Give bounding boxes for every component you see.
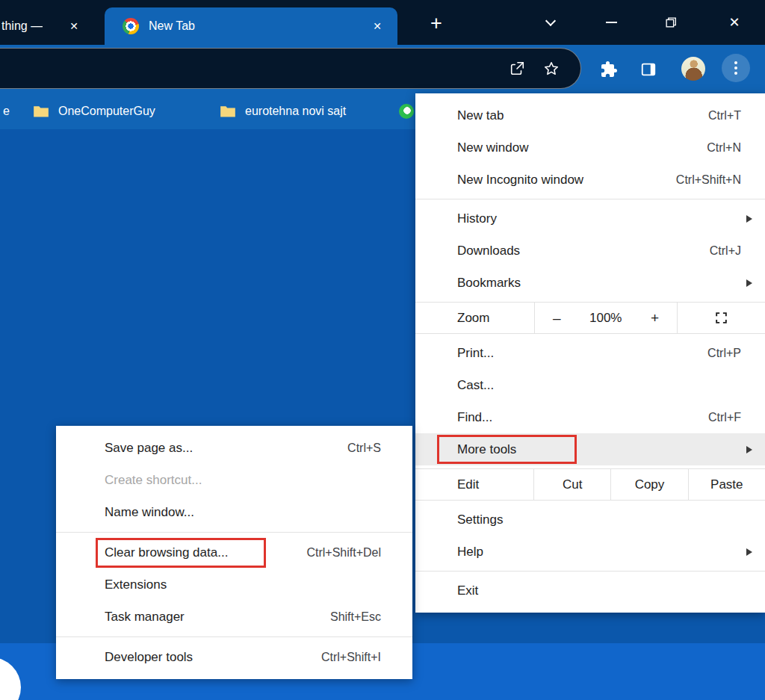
menu-item-history[interactable]: History bbox=[415, 202, 765, 235]
address-bar[interactable] bbox=[0, 48, 581, 89]
restore-button[interactable] bbox=[654, 7, 687, 38]
star-icon bbox=[543, 61, 560, 77]
title-bar: thing — ✕ New Tab ✕ + ✕ bbox=[0, 0, 765, 45]
menu-item-cast[interactable]: Cast... bbox=[415, 369, 765, 401]
zoom-label: Zoom bbox=[415, 303, 534, 333]
menu-item-label: Clear browsing data... bbox=[105, 545, 228, 560]
menu-item-bookmarks[interactable]: Bookmarks bbox=[415, 267, 765, 299]
extensions-button[interactable] bbox=[599, 60, 619, 79]
menu-item-label: Print... bbox=[457, 346, 494, 361]
menu-item-extensions[interactable]: Extensions bbox=[56, 569, 412, 601]
menu-item-label: More tools bbox=[457, 442, 516, 457]
menu-item-shortcut: Ctrl+S bbox=[347, 442, 397, 455]
menu-item-label: History bbox=[457, 211, 497, 226]
menu-edit-row: Edit Cut Copy Paste bbox=[415, 468, 765, 501]
menu-item-shortcut: Ctrl+P bbox=[707, 347, 755, 360]
menu-item-more-tools[interactable]: More tools bbox=[415, 433, 765, 465]
submenu-arrow-icon bbox=[746, 446, 752, 453]
side-panel-button[interactable] bbox=[639, 61, 657, 78]
submenu-arrow-icon bbox=[746, 215, 752, 223]
menu-item-print[interactable]: Print... Ctrl+P bbox=[415, 337, 765, 369]
menu-item-label: Extensions bbox=[105, 577, 167, 592]
paste-button[interactable]: Paste bbox=[688, 469, 765, 500]
menu-item-exit[interactable]: Exit bbox=[415, 574, 765, 607]
menu-item-new-window[interactable]: New window Ctrl+N bbox=[415, 131, 765, 164]
menu-item-new-incognito-window[interactable]: New Incognito window Ctrl+Shift+N bbox=[415, 164, 765, 196]
menu-item-shortcut: Ctrl+Shift+I bbox=[321, 651, 397, 664]
copy-button[interactable]: Copy bbox=[610, 469, 687, 500]
submenu-arrow-icon bbox=[746, 279, 752, 287]
menu-item-find[interactable]: Find... Ctrl+F bbox=[415, 401, 765, 433]
more-tools-submenu: Save page as... Ctrl+S Create shortcut..… bbox=[56, 426, 412, 679]
side-panel-icon bbox=[640, 61, 657, 78]
menu-item-label: Settings bbox=[457, 512, 503, 527]
profile-avatar[interactable] bbox=[681, 57, 705, 81]
menu-separator bbox=[415, 571, 765, 572]
bookmark-folder-onecomputerguy[interactable]: OneComputerGuy bbox=[33, 93, 155, 129]
minimize-icon bbox=[606, 22, 617, 23]
menu-item-create-shortcut: Create shortcut... bbox=[56, 464, 412, 496]
menu-item-save-page-as[interactable]: Save page as... Ctrl+S bbox=[56, 432, 412, 464]
menu-zoom-row: Zoom – 100% + bbox=[415, 302, 765, 334]
menu-item-label: Help bbox=[457, 545, 483, 560]
tab-search-button[interactable] bbox=[534, 7, 567, 38]
tab-background-page[interactable]: thing — ✕ bbox=[0, 7, 94, 45]
browser-menu-button[interactable] bbox=[722, 54, 750, 82]
share-button[interactable] bbox=[506, 58, 528, 80]
fullscreen-button[interactable] bbox=[677, 303, 765, 333]
browser-window: thing — ✕ New Tab ✕ + ✕ bbox=[0, 0, 765, 700]
chrome-logo-icon bbox=[123, 18, 139, 34]
cut-button[interactable]: Cut bbox=[533, 469, 610, 500]
menu-item-name-window[interactable]: Name window... bbox=[56, 496, 412, 528]
menu-item-settings[interactable]: Settings bbox=[415, 504, 765, 536]
edit-label: Edit bbox=[415, 469, 533, 500]
bookmark-item-partial[interactable]: e bbox=[3, 93, 10, 129]
menu-item-label: Name window... bbox=[105, 505, 194, 520]
zoom-in-button[interactable]: + bbox=[651, 310, 659, 326]
menu-item-new-tab[interactable]: New tab Ctrl+T bbox=[415, 99, 765, 131]
tab-close-icon[interactable]: ✕ bbox=[66, 19, 82, 34]
submenu-arrow-icon bbox=[746, 548, 752, 556]
zoom-out-button[interactable]: – bbox=[553, 310, 561, 326]
menu-item-label: Save page as... bbox=[105, 441, 193, 456]
bookmark-favicon-green[interactable] bbox=[399, 104, 414, 119]
bookmark-star-button[interactable] bbox=[540, 58, 563, 80]
menu-item-shortcut: Ctrl+J bbox=[710, 244, 755, 258]
minimize-button[interactable] bbox=[595, 7, 628, 38]
avatar-image bbox=[681, 57, 705, 81]
menu-separator bbox=[56, 532, 412, 533]
menu-item-shortcut: Shift+Esc bbox=[330, 610, 397, 624]
bookmark-label: eurotehna novi sajt bbox=[245, 105, 346, 118]
close-button[interactable]: ✕ bbox=[718, 7, 751, 38]
menu-item-label: New window bbox=[457, 140, 528, 155]
new-tab-button[interactable]: + bbox=[423, 10, 450, 37]
toolbar bbox=[0, 45, 765, 93]
menu-item-help[interactable]: Help bbox=[415, 536, 765, 568]
menu-item-shortcut: Ctrl+Shift+N bbox=[676, 173, 755, 187]
tab-close-icon[interactable]: ✕ bbox=[369, 19, 385, 34]
menu-item-shortcut: Ctrl+F bbox=[708, 411, 755, 424]
puzzle-icon bbox=[600, 61, 618, 78]
menu-item-label: Bookmarks bbox=[457, 276, 521, 291]
browser-main-menu: New tab Ctrl+T New window Ctrl+N New Inc… bbox=[415, 93, 765, 613]
menu-item-shortcut: Ctrl+Shift+Del bbox=[306, 546, 397, 560]
tab-title: thing — bbox=[1, 19, 43, 33]
three-dots-icon bbox=[722, 54, 750, 82]
share-icon bbox=[509, 61, 525, 77]
menu-item-label: Create shortcut... bbox=[105, 473, 202, 488]
tab-new-tab[interactable]: New Tab ✕ bbox=[105, 7, 397, 45]
bookmark-folder-eurotehna[interactable]: eurotehna novi sajt bbox=[220, 93, 346, 129]
menu-item-label: Downloads bbox=[457, 244, 520, 258]
menu-item-label: Task manager bbox=[105, 610, 185, 625]
menu-item-developer-tools[interactable]: Developer tools Ctrl+Shift+I bbox=[56, 641, 412, 673]
menu-item-downloads[interactable]: Downloads Ctrl+J bbox=[415, 235, 765, 267]
bookmark-label: OneComputerGuy bbox=[58, 105, 155, 118]
fullscreen-icon bbox=[714, 311, 728, 325]
zoom-controls: – 100% + bbox=[534, 303, 677, 333]
menu-item-shortcut: Ctrl+N bbox=[707, 141, 755, 155]
menu-separator bbox=[415, 199, 765, 199]
menu-item-task-manager[interactable]: Task manager Shift+Esc bbox=[56, 601, 412, 633]
menu-item-label: New Incognito window bbox=[457, 173, 583, 188]
menu-item-clear-browsing-data[interactable]: Clear browsing data... Ctrl+Shift+Del bbox=[56, 536, 412, 569]
restore-icon bbox=[664, 16, 678, 29]
